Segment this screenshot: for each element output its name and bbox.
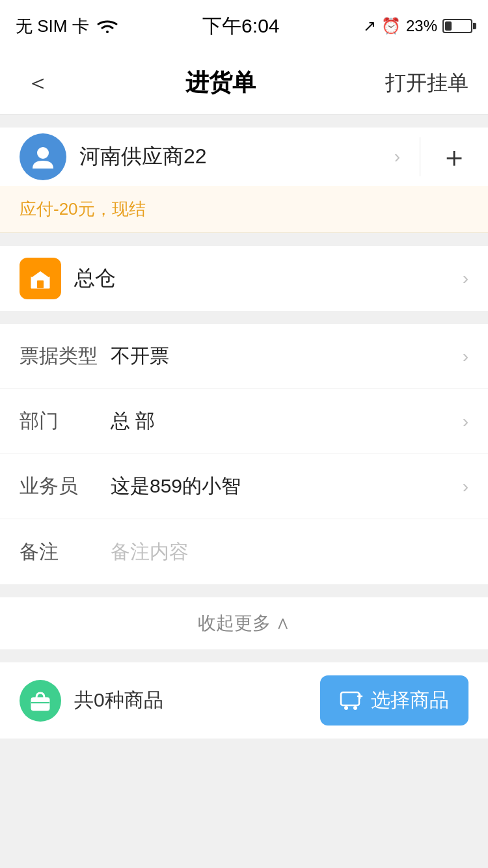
- top-divider: [0, 115, 488, 128]
- back-button[interactable]: ＜: [20, 61, 56, 105]
- page-title: 进货单: [185, 67, 256, 99]
- collapse-row[interactable]: 收起更多 ∧: [0, 597, 488, 649]
- product-count: 共0种商品: [74, 687, 320, 714]
- add-supplier-button[interactable]: ＋: [440, 142, 468, 171]
- svg-point-5: [344, 706, 348, 710]
- select-product-label: 选择商品: [371, 687, 449, 714]
- svg-point-0: [37, 147, 49, 159]
- ticket-type-value: 不开票: [111, 343, 463, 370]
- alarm-icon: ⏰: [381, 17, 401, 35]
- notice-text: 应付-20元，现结: [20, 199, 146, 219]
- product-icon-wrap: [20, 680, 61, 722]
- location-icon: ↗: [363, 17, 376, 35]
- salesman-row[interactable]: 业务员 这是859的小智 ›: [0, 454, 488, 519]
- department-row[interactable]: 部门 总 部 ›: [0, 389, 488, 454]
- salesman-label: 业务员: [20, 473, 111, 500]
- nav-bar: ＜ 进货单 打开挂单: [0, 52, 488, 115]
- warehouse-icon-wrap: [20, 258, 61, 299]
- ticket-type-row[interactable]: 票据类型 不开票 ›: [0, 324, 488, 389]
- battery-percent: 23%: [406, 17, 437, 35]
- remark-input[interactable]: 备注内容: [111, 539, 468, 565]
- warehouse-name: 总仓: [74, 264, 463, 293]
- carrier-label: 无 SIM 卡: [16, 15, 89, 38]
- svg-rect-2: [31, 698, 49, 711]
- department-chevron-icon: ›: [463, 411, 468, 432]
- supplier-actions: › ＋: [394, 137, 468, 176]
- product-bag-icon: [28, 688, 53, 713]
- status-left: 无 SIM 卡: [16, 15, 119, 38]
- notice-bar: 应付-20元，现结: [0, 186, 488, 233]
- salesman-value: 这是859的小智: [111, 473, 463, 500]
- warehouse-section[interactable]: 总仓 ›: [0, 246, 488, 311]
- vertical-divider: [420, 137, 420, 176]
- battery-icon: [442, 19, 472, 33]
- product-bar: 共0种商品 选择商品: [0, 662, 488, 739]
- wifi-icon: [96, 18, 119, 34]
- status-bar: 无 SIM 卡 下午6:04 ↗ ⏰ 23%: [0, 0, 488, 52]
- svg-rect-1: [37, 280, 44, 288]
- supplier-avatar: [20, 133, 66, 180]
- svg-rect-4: [341, 692, 359, 705]
- person-icon: [30, 144, 56, 170]
- bottom-area: [0, 739, 488, 868]
- form-section: 票据类型 不开票 › 部门 总 部 › 业务员 这是859的小智 › 备注 备注…: [0, 324, 488, 584]
- collapse-label: 收起更多 ∧: [198, 611, 291, 636]
- department-label: 部门: [20, 408, 111, 435]
- ticket-type-chevron-icon: ›: [463, 346, 468, 367]
- open-pending-button[interactable]: 打开挂单: [385, 69, 468, 98]
- supplier-name: 河南供应商22: [79, 142, 394, 171]
- supplier-chevron-icon: ›: [394, 146, 400, 167]
- warehouse-icon: [28, 266, 53, 291]
- remark-row[interactable]: 备注 备注内容: [0, 519, 488, 584]
- svg-point-6: [353, 706, 357, 710]
- supplier-row[interactable]: 河南供应商22 › ＋: [0, 128, 488, 186]
- department-value: 总 部: [111, 408, 463, 435]
- remark-label: 备注: [20, 539, 111, 565]
- status-time: 下午6:04: [202, 13, 279, 40]
- warehouse-chevron-icon: ›: [463, 268, 468, 289]
- supplier-section: 河南供应商22 › ＋ 应付-20元，现结: [0, 128, 488, 233]
- status-right: ↗ ⏰ 23%: [363, 17, 472, 35]
- salesman-chevron-icon: ›: [463, 476, 468, 497]
- ticket-type-label: 票据类型: [20, 343, 111, 370]
- select-product-button[interactable]: 选择商品: [320, 675, 468, 726]
- cart-plus-icon: [340, 691, 363, 711]
